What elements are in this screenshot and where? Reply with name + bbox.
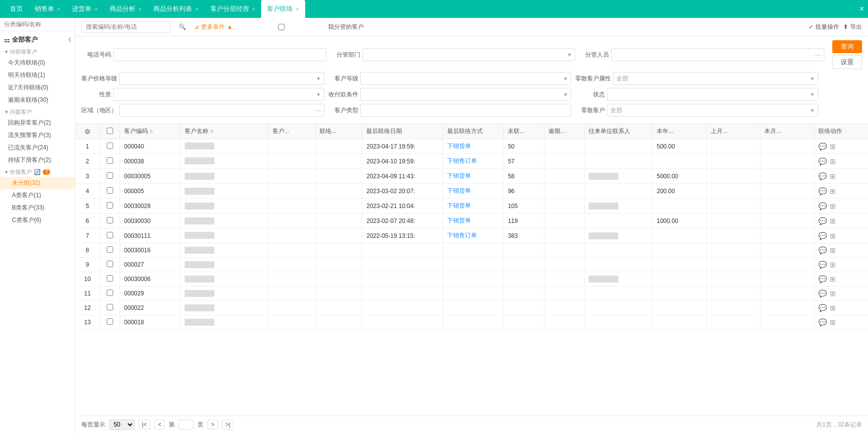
grid-icon[interactable]: ⊞ xyxy=(830,232,836,240)
row-checkbox[interactable] xyxy=(107,275,113,282)
close-tab-sales[interactable]: × xyxy=(57,6,60,12)
chat-icon[interactable]: 💬 xyxy=(818,261,827,269)
last-page-button[interactable]: >| xyxy=(222,420,234,430)
cell-last-way[interactable]: 下销货单 xyxy=(443,184,504,199)
price-level-input[interactable]: ▼ xyxy=(119,72,325,85)
tab-purchase[interactable]: 进货单 × xyxy=(66,0,103,18)
more-conditions-btn[interactable]: ⊿ 更多条件 ▲ xyxy=(194,23,233,31)
sidebar-item-a-class[interactable]: A类客户(1) xyxy=(0,189,75,202)
cust-type-input[interactable] xyxy=(360,104,572,117)
cell-check[interactable] xyxy=(100,287,120,301)
query-button[interactable]: 查询 xyxy=(832,40,862,53)
status-input[interactable]: ▼ xyxy=(607,88,818,101)
retail-input[interactable]: 全部 ▼ xyxy=(607,104,818,117)
cell-check[interactable] xyxy=(100,139,120,154)
settings-icon[interactable]: ⚙ xyxy=(84,128,91,136)
chat-icon[interactable]: 💬 xyxy=(818,318,827,326)
contact-way-link[interactable]: 下销货单 xyxy=(447,202,471,209)
grid-icon[interactable]: ⊞ xyxy=(830,304,836,312)
cell-last-way[interactable] xyxy=(443,243,504,258)
row-checkbox[interactable] xyxy=(107,232,113,238)
grid-icon[interactable]: ⊞ xyxy=(830,202,836,210)
close-all-icon[interactable]: × xyxy=(860,4,864,13)
collapse-icon[interactable]: 《 xyxy=(66,36,71,44)
sidebar-item-week-contact[interactable]: 近7天待联络(0) xyxy=(0,81,75,94)
close-tab-customer-contact[interactable]: × xyxy=(296,6,299,12)
home-tab[interactable]: 首页 xyxy=(4,4,29,13)
row-checkbox[interactable] xyxy=(107,318,113,325)
cell-check[interactable] xyxy=(100,169,120,184)
th-settings[interactable]: ⚙ xyxy=(75,124,100,139)
row-checkbox[interactable] xyxy=(107,246,113,253)
row-checkbox[interactable] xyxy=(107,187,113,194)
chat-icon[interactable]: 💬 xyxy=(818,232,827,240)
grid-icon[interactable]: ⊞ xyxy=(830,318,836,326)
sidebar-item-ungroup[interactable]: 未分组(32) xyxy=(0,177,75,189)
row-checkbox[interactable] xyxy=(107,202,113,209)
grid-icon[interactable]: ⊞ xyxy=(830,172,836,180)
cell-last-way[interactable]: 下销货单 xyxy=(443,199,504,214)
cell-check[interactable] xyxy=(100,315,120,330)
sidebar-item-overdue-contact[interactable]: 逾期未联络(30) xyxy=(0,94,75,106)
cell-last-way[interactable] xyxy=(443,315,504,330)
chat-icon[interactable]: 💬 xyxy=(818,304,827,312)
contact-way-link[interactable]: 下销货单 xyxy=(447,143,471,149)
grid-icon[interactable]: ⊞ xyxy=(830,187,836,195)
cell-last-way[interactable] xyxy=(443,301,504,315)
cell-check[interactable] xyxy=(100,184,120,199)
cell-last-way[interactable] xyxy=(443,258,504,272)
cell-last-way[interactable] xyxy=(443,287,504,301)
prev-page-button[interactable]: < xyxy=(154,420,165,430)
tab-product-analysis[interactable]: 商品分析 × xyxy=(104,0,147,18)
page-size-select[interactable]: 50 100 200 xyxy=(109,419,134,430)
row-checkbox[interactable] xyxy=(107,289,113,296)
sidebar-item-declining[interactable]: 持续下滑客户(2) xyxy=(0,154,75,166)
cell-last-way[interactable]: 下销货单 xyxy=(443,169,504,184)
sidebar-item-b-class[interactable]: B类客户(33) xyxy=(0,202,75,214)
sidebar-item-lost-warning[interactable]: 流失预警客户(3) xyxy=(0,129,75,142)
tab-product-analysis-list[interactable]: 商品分析列表 × xyxy=(147,0,204,18)
search-button[interactable]: 🔍 xyxy=(175,21,190,32)
chat-icon[interactable]: 💬 xyxy=(818,172,827,180)
grid-icon[interactable]: ⊞ xyxy=(830,217,836,225)
cell-last-way[interactable]: 下销货单 xyxy=(443,139,504,154)
chat-icon[interactable]: 💬 xyxy=(818,143,827,150)
cell-check[interactable] xyxy=(100,154,120,169)
grid-icon[interactable]: ⊞ xyxy=(830,246,836,254)
reset-button[interactable]: 设置 xyxy=(832,55,862,69)
sidebar-item-today-contact[interactable]: 今天待联络(0) xyxy=(0,57,75,69)
row-checkbox[interactable] xyxy=(107,157,113,164)
cell-check[interactable] xyxy=(100,228,120,243)
tab-customer-segment[interactable]: 客户分层经营 × xyxy=(204,0,261,18)
cell-check[interactable] xyxy=(100,199,120,214)
cell-check[interactable] xyxy=(100,214,120,228)
cell-check[interactable] xyxy=(100,301,120,315)
chat-icon[interactable]: 💬 xyxy=(818,289,827,297)
row-checkbox[interactable] xyxy=(107,261,113,267)
first-page-button[interactable]: |< xyxy=(138,420,150,430)
row-checkbox[interactable] xyxy=(107,143,113,149)
chat-icon[interactable]: 💬 xyxy=(818,187,827,195)
row-checkbox[interactable] xyxy=(107,304,113,310)
grid-icon[interactable]: ⊞ xyxy=(830,143,836,150)
batch-op-button[interactable]: ✓ 批量操作 xyxy=(808,23,839,31)
phone-input[interactable] xyxy=(113,48,327,61)
my-customers-checkbox[interactable]: 我分管的客户 xyxy=(237,23,364,31)
dept-input[interactable]: ▼ xyxy=(362,48,576,61)
row-checkbox[interactable] xyxy=(107,172,113,179)
page-number-input[interactable]: 1 xyxy=(179,420,194,430)
category-search-input[interactable] xyxy=(4,21,75,28)
sort-icon-name[interactable]: ⇅ xyxy=(210,129,214,134)
search-input[interactable] xyxy=(81,21,171,33)
grid-icon[interactable]: ⊞ xyxy=(830,275,836,283)
cell-check[interactable] xyxy=(100,243,120,258)
sidebar-item-lost[interactable]: 已流失客户(24) xyxy=(0,142,75,154)
th-check[interactable] xyxy=(100,124,120,139)
sort-icon-code[interactable]: ⇅ xyxy=(149,129,153,134)
sidebar-item-abnormal[interactable]: 回购异常客户(2) xyxy=(0,117,75,129)
sidebar-item-tomorrow-contact[interactable]: 明天待联络(1) xyxy=(0,69,75,81)
nature-input[interactable]: ▼ xyxy=(113,88,325,101)
close-tab-product-analysis[interactable]: × xyxy=(138,6,141,12)
pay-input[interactable]: ▼ xyxy=(360,88,572,101)
close-tab-customer-segment[interactable]: × xyxy=(252,6,255,12)
